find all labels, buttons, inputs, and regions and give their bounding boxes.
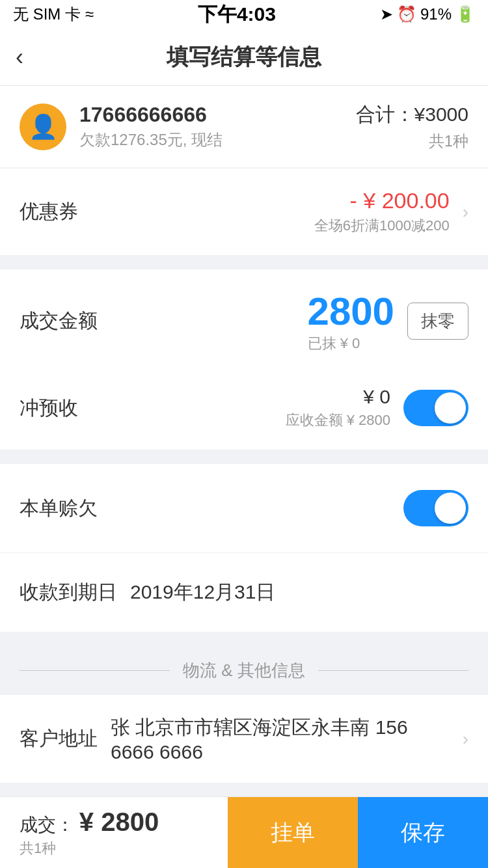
address-label: 客户地址: [20, 726, 98, 752]
deal-amount-label: 成交金额: [20, 308, 98, 334]
round-zero-button[interactable]: 抹零: [407, 303, 468, 340]
user-phone: 17666666666: [79, 103, 223, 127]
coupon-discount: - ¥ 200.00: [314, 188, 450, 213]
nav-bar: ‹ 填写结算等信息: [0, 29, 488, 86]
address-row[interactable]: 客户地址 张 北京市市辖区海淀区永丰南 156 6666 6666 ›: [0, 695, 488, 783]
save-button[interactable]: 保存: [358, 797, 488, 869]
avatar-icon: 👤: [29, 113, 58, 141]
deal-amount-row: 成交金额 2800 已抹 ¥ 0 抹零: [0, 269, 488, 373]
pre-collect-amounts: ¥ 0 应收金额 ¥ 2800: [286, 386, 390, 430]
deal-amount-sub: 已抹 ¥ 0: [308, 334, 394, 353]
coupon-label: 优惠券: [20, 198, 78, 225]
pre-collect-right: ¥ 0 应收金额 ¥ 2800: [286, 386, 468, 430]
coupon-row[interactable]: 优惠券 - ¥ 200.00 全场6折满1000减200 ›: [0, 169, 488, 255]
battery-text: 91%: [420, 5, 452, 23]
hold-button[interactable]: 挂单: [228, 797, 358, 869]
user-right: 合计：¥3000 共1种: [356, 102, 468, 152]
coupon-chevron-icon: ›: [463, 202, 468, 223]
user-avatar: 👤: [20, 103, 66, 150]
date-row: 收款到期日 2019年12月31日: [0, 552, 488, 632]
deal-right: 2800 已抹 ¥ 0 抹零: [308, 289, 468, 353]
coupon-sub: 全场6折满1000减200: [314, 216, 450, 236]
bottom-deal-value: ¥ 2800: [79, 807, 159, 836]
pre-collect-toggle[interactable]: [403, 390, 468, 426]
debt-toggle[interactable]: [403, 490, 468, 526]
debt-row: 本单赊欠: [0, 464, 488, 552]
page-title: 填写结算等信息: [167, 42, 321, 72]
location-icon: ➤: [380, 5, 393, 23]
pre-collect-toggle-knob: [435, 392, 466, 424]
logistics-divider: 物流 & 其他信息: [0, 646, 488, 695]
bottom-bar: 成交： ¥ 2800 共1种 挂单 保存: [0, 796, 488, 868]
bottom-deal-count: 共1种: [20, 839, 208, 858]
bottom-deal-line: 成交： ¥ 2800: [20, 807, 208, 837]
status-left: 无 SIM 卡 ≈: [13, 4, 94, 25]
status-right: ➤ ⏰ 91% 🔋: [380, 5, 475, 23]
logistics-divider-text: 物流 & 其他信息: [183, 659, 305, 682]
debt-toggle-knob: [435, 493, 466, 524]
divider-2: [0, 451, 488, 464]
pre-collect-label: 冲预收: [20, 395, 78, 422]
sim-text: 无 SIM 卡 ≈: [13, 4, 94, 25]
user-total: 合计：¥3000: [356, 102, 468, 128]
divider-3: [0, 633, 488, 646]
bottom-summary: 成交： ¥ 2800 共1种: [0, 807, 228, 858]
user-left: 👤 17666666666 欠款1276.35元, 现结: [20, 103, 223, 150]
deal-amount-section: 成交金额 2800 已抹 ¥ 0 抹零 冲预收 ¥ 0 应收金额 ¥ 2800: [0, 269, 488, 450]
pre-collect-row: 冲预收 ¥ 0 应收金额 ¥ 2800: [0, 373, 488, 450]
deal-amount-value: 2800: [308, 289, 394, 334]
user-sub: 欠款1276.35元, 现结: [79, 129, 223, 150]
bottom-deal-label: 成交：: [20, 815, 74, 835]
status-time: 下午4:03: [198, 1, 276, 28]
coupon-section: 优惠券 - ¥ 200.00 全场6折满1000减200 ›: [0, 169, 488, 255]
user-card: 👤 17666666666 欠款1276.35元, 现结 合计：¥3000 共1…: [0, 86, 488, 167]
divider-line-left: [20, 670, 170, 671]
date-label: 收款到期日: [20, 579, 117, 606]
debt-label: 本单赊欠: [20, 495, 98, 522]
pre-collect-main-amount: ¥ 0: [286, 386, 390, 408]
user-count: 共1种: [356, 131, 468, 152]
address-value: 张 北京市市辖区海淀区永丰南 156 6666 6666: [111, 714, 456, 763]
user-info: 17666666666 欠款1276.35元, 现结: [79, 103, 223, 150]
debt-section: 本单赊欠 收款到期日 2019年12月31日: [0, 464, 488, 632]
date-value: 2019年12月31日: [130, 579, 275, 606]
total-value: ¥3000: [414, 103, 468, 125]
alarm-icon: ⏰: [397, 5, 416, 23]
battery-icon: 🔋: [455, 5, 475, 23]
address-chevron-icon: ›: [463, 729, 468, 750]
status-bar: 无 SIM 卡 ≈ 下午4:03 ➤ ⏰ 91% 🔋: [0, 0, 488, 29]
total-label: 合计：: [356, 103, 414, 125]
divider-1: [0, 256, 488, 269]
divider-line-right: [318, 670, 468, 671]
pre-collect-sub-amount: 应收金额 ¥ 2800: [286, 411, 390, 430]
back-button[interactable]: ‹: [16, 44, 23, 71]
